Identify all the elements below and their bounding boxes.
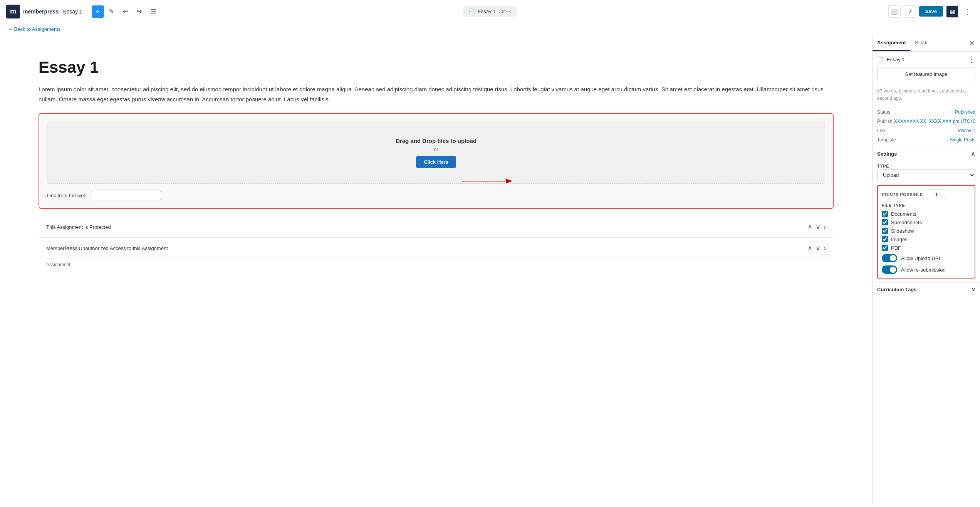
points-input[interactable]	[927, 190, 946, 199]
pencil-button[interactable]: ✎	[106, 5, 118, 18]
highlighted-settings-box: POINTS POSSIBLE FILE TYPE Documents Spre…	[877, 185, 975, 279]
keyboard-shortcut: Ctrl+K	[498, 9, 512, 14]
collapse-up-icon-2[interactable]: ∧	[807, 244, 812, 252]
external-link-button[interactable]: ↗	[904, 5, 916, 18]
accordion-protected[interactable]: This Assignment is Protected ∧ ∨ ›	[39, 217, 834, 238]
tab-block[interactable]: Block	[910, 35, 932, 51]
settings-header[interactable]: Settings ∧	[873, 146, 980, 161]
collapse-down-icon[interactable]: ∨	[816, 223, 821, 231]
protected-label: This Assignment is Protected	[46, 224, 111, 230]
assignment-label: Assignment	[39, 259, 834, 270]
redo-button[interactable]: ↪	[133, 5, 146, 18]
publish-value[interactable]: XXXXXXXX XX, XXXX XXX pm UTC+0	[894, 119, 975, 124]
right-sidebar: Assignment Block ✕ 📄 Essay 1 ⋮ Set featu…	[872, 35, 980, 505]
template-label: Template	[877, 137, 896, 143]
drop-zone-title: Drag and Drop files to upload	[55, 138, 817, 144]
accordion-arrows-2: ∧ ∨ ›	[807, 244, 826, 252]
template-value[interactable]: Single Posts	[950, 137, 975, 143]
doc-page-icon: 📄	[877, 56, 884, 62]
click-here-button[interactable]: Click Here	[416, 156, 456, 168]
sidebar-close-button[interactable]: ✕	[965, 36, 978, 50]
points-label: POINTS POSSIBLE	[882, 192, 923, 197]
top-bar: m memberpress Essay 1 + ✎ ↩ ↪ ☰ 📄 Essay …	[0, 0, 980, 23]
collapse-right-icon-2[interactable]: ›	[824, 244, 826, 252]
curriculum-label: Curriculum Tags	[877, 287, 916, 292]
status-value[interactable]: Published	[955, 109, 975, 115]
sidebar-tabs: Assignment Block	[873, 35, 932, 51]
file-type-label: FILE TYPE	[882, 203, 971, 208]
brand-name: memberpress	[23, 8, 59, 15]
editor-area: Essay 1 Lorem ipsum dolor sit amet, cons…	[0, 35, 872, 505]
center-title: Essay 1	[478, 8, 495, 14]
page-title-top: Essay 1	[63, 8, 82, 15]
collapse-right-icon[interactable]: ›	[824, 223, 826, 231]
center-document-label[interactable]: 📄 Essay 1 Ctrl+K	[463, 6, 517, 17]
settings-collapse-icon[interactable]: ∧	[971, 150, 975, 158]
allow-resubmission-toggle[interactable]	[882, 265, 897, 274]
publish-label: Publish	[877, 119, 892, 124]
link-value[interactable]: /essay-1	[958, 128, 975, 133]
status-row: Status Published	[877, 107, 975, 117]
template-row: Template Single Posts	[877, 135, 975, 144]
upload-block: Drag and Drop files to upload or Click H…	[39, 113, 834, 209]
type-select[interactable]: Upload Text Quiz	[877, 169, 975, 181]
link-row: Link /essay-1	[877, 126, 975, 135]
preview-button[interactable]: ⬜	[888, 5, 901, 18]
allow-upload-url-toggle[interactable]	[882, 254, 897, 262]
post-body[interactable]: Lorem ipsum dolor sit amet, consectetur …	[39, 84, 834, 104]
collapse-up-icon[interactable]: ∧	[807, 223, 812, 231]
checkbox-documents: Documents	[882, 211, 971, 217]
type-label: TYPE	[873, 161, 980, 169]
publish-row: Publish XXXXXXXX XX, XXXX XXX pm UTC+0	[877, 117, 975, 126]
points-row: POINTS POSSIBLE	[882, 190, 971, 199]
allow-resubmission-row: Allow re-submission	[882, 265, 971, 274]
undo-button[interactable]: ↩	[119, 5, 132, 18]
back-to-assignments-link[interactable]: ← Back to Assignments	[0, 23, 980, 35]
curriculum-section[interactable]: Curriculum Tags ∨	[873, 282, 980, 296]
sidebar-tabs-row: Assignment Block ✕	[873, 35, 980, 52]
settings-label: Settings	[877, 151, 897, 157]
link-from-web-input[interactable]	[92, 191, 161, 200]
checkbox-images: Images	[882, 236, 971, 242]
featured-image-button[interactable]: Set featured image	[877, 67, 975, 81]
add-block-button[interactable]: +	[92, 5, 104, 18]
drop-zone[interactable]: Drag and Drop files to upload or Click H…	[47, 122, 825, 184]
more-options-button[interactable]: ⋮	[962, 5, 974, 18]
doc-header-row: 📄 Essay 1 ⋮	[873, 52, 980, 67]
post-title[interactable]: Essay 1	[39, 58, 834, 77]
save-button[interactable]: Save	[919, 6, 943, 17]
images-label: Images	[891, 237, 908, 242]
checkbox-pdf: PDF	[882, 245, 971, 251]
slideshow-checkbox[interactable]	[882, 228, 888, 234]
collapse-down-icon-2[interactable]: ∨	[816, 244, 821, 252]
accordion-arrows: ∧ ∨ ›	[807, 223, 826, 231]
spreadsheets-label: Spreadsheets	[891, 220, 922, 225]
drop-zone-or: or	[55, 146, 817, 152]
list-view-button[interactable]: ☰	[147, 5, 159, 18]
checkbox-slideshow: Slideshow	[882, 228, 971, 234]
images-checkbox[interactable]	[882, 236, 888, 242]
meta-table: Status Published Publish XXXXXXXX XX, XX…	[873, 106, 980, 146]
logo-area: m memberpress Essay 1	[6, 5, 82, 18]
allow-upload-url-label: Allow Upload URL	[901, 255, 942, 261]
curriculum-collapse-icon[interactable]: ∨	[972, 287, 975, 292]
slideshow-label: Slideshow	[891, 228, 914, 234]
spreadsheets-checkbox[interactable]	[882, 219, 888, 225]
link-from-web-row: Link from the web:	[47, 191, 825, 200]
doc-icon: 📄	[468, 8, 475, 14]
accordion-unauthorized[interactable]: MemberPress Unauthorized Access to this …	[39, 238, 834, 259]
doc-icon-title: 📄 Essay 1	[877, 56, 904, 62]
tab-assignment[interactable]: Assignment	[873, 35, 910, 51]
link-from-web-label: Link from the web:	[47, 193, 88, 198]
link-label: Link	[877, 128, 886, 133]
unauthorized-label: MemberPress Unauthorized Access to this …	[46, 245, 168, 251]
checkbox-spreadsheets: Spreadsheets	[882, 219, 971, 225]
documents-label: Documents	[891, 211, 916, 217]
doc-title: Essay 1	[887, 57, 904, 62]
sidebar-toggle-button[interactable]: ▦	[946, 5, 958, 18]
documents-checkbox[interactable]	[882, 211, 888, 217]
pdf-checkbox[interactable]	[882, 245, 888, 251]
doc-more-button[interactable]: ⋮	[968, 55, 975, 64]
status-label: Status	[877, 109, 890, 115]
meta-info: 63 words, 1 minute read time. Last edite…	[873, 86, 980, 106]
